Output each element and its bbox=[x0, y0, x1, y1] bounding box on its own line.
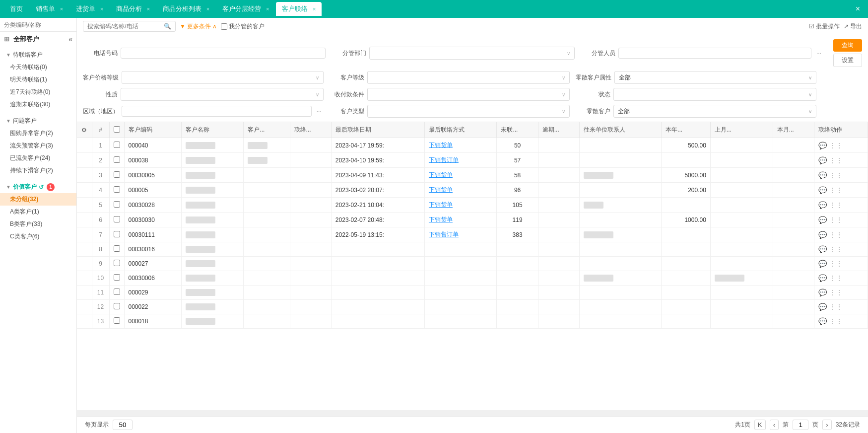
refresh-icon[interactable]: ↺ bbox=[39, 184, 44, 191]
td-checkbox[interactable] bbox=[109, 213, 124, 227]
collapse-btn[interactable]: « bbox=[68, 35, 72, 43]
sidebar-item-class-a[interactable]: A类客户(1) bbox=[0, 206, 76, 218]
cust-tier-select[interactable]: ∨ bbox=[367, 71, 570, 84]
more-action-icon[interactable]: ⋮⋮ bbox=[829, 216, 843, 224]
more-action-icon[interactable]: ⋮⋮ bbox=[829, 201, 843, 209]
export-btn[interactable]: ↗ 导出 bbox=[844, 22, 862, 31]
first-page-btn[interactable]: K bbox=[754, 420, 766, 430]
manager-input[interactable] bbox=[618, 48, 811, 59]
td-last-method[interactable]: 下销货单 bbox=[424, 213, 496, 227]
td-checkbox[interactable] bbox=[109, 138, 124, 153]
td-checkbox[interactable] bbox=[109, 257, 124, 271]
my-customers-check[interactable] bbox=[221, 23, 227, 30]
row-checkbox[interactable] bbox=[114, 142, 120, 148]
td-last-method[interactable] bbox=[424, 271, 496, 286]
query-btn[interactable]: 查询 bbox=[833, 39, 862, 52]
row-checkbox[interactable] bbox=[114, 156, 120, 163]
method-link[interactable]: 下销货单 bbox=[429, 171, 453, 178]
method-link[interactable]: 下销货单 bbox=[429, 216, 453, 223]
dept-select[interactable]: ∨ bbox=[369, 47, 574, 60]
page-number-input[interactable] bbox=[793, 420, 808, 430]
td-checkbox[interactable] bbox=[109, 183, 124, 198]
more-action-icon[interactable]: ⋮⋮ bbox=[829, 171, 843, 179]
filter-search-input[interactable] bbox=[87, 23, 162, 30]
td-last-method[interactable]: 下销货单 bbox=[424, 138, 496, 153]
more-action-icon[interactable]: ⋮⋮ bbox=[829, 186, 843, 194]
td-checkbox[interactable] bbox=[109, 271, 124, 286]
close-window[interactable]: × bbox=[852, 4, 864, 13]
td-checkbox[interactable] bbox=[109, 300, 124, 314]
phone-action-icon[interactable]: 💬 bbox=[818, 274, 827, 282]
phone-action-icon[interactable]: 💬 bbox=[818, 216, 827, 224]
nav-customer-tier-close[interactable]: × bbox=[266, 6, 269, 12]
phone-action-icon[interactable]: 💬 bbox=[818, 186, 827, 194]
phone-input[interactable] bbox=[121, 48, 326, 59]
nav-purchase-close[interactable]: × bbox=[100, 6, 103, 12]
row-checkbox[interactable] bbox=[114, 216, 120, 222]
nav-purchase[interactable]: 进货单 × bbox=[70, 2, 109, 16]
nav-analysis[interactable]: 商品分析 × bbox=[110, 2, 156, 16]
method-link[interactable]: 下销货单 bbox=[429, 201, 453, 208]
method-link[interactable]: 下销货单 bbox=[429, 142, 453, 148]
row-checkbox[interactable] bbox=[114, 274, 120, 281]
td-checkbox[interactable] bbox=[109, 286, 124, 300]
more-action-icon[interactable]: ⋮⋮ bbox=[829, 274, 843, 282]
td-last-method[interactable]: 下销售订单 bbox=[424, 227, 496, 242]
td-last-method[interactable]: 下销货单 bbox=[424, 168, 496, 183]
sidebar-item-7days[interactable]: 近7天待联络(0) bbox=[0, 86, 76, 98]
row-checkbox[interactable] bbox=[114, 260, 120, 266]
td-checkbox[interactable] bbox=[109, 198, 124, 213]
all-customers-header[interactable]: ⊞ 全部客户 « bbox=[0, 32, 76, 47]
more-action-icon[interactable]: ⋮⋮ bbox=[829, 289, 843, 296]
nav-customer-contact-close[interactable]: × bbox=[313, 6, 316, 12]
sidebar-group-pending-title[interactable]: ▼ 待联络客户 bbox=[0, 49, 76, 61]
sidebar-item-declining[interactable]: 持续下滑客户(2) bbox=[0, 164, 76, 177]
td-last-method[interactable] bbox=[424, 314, 496, 329]
manager-dots[interactable]: ··· bbox=[814, 50, 823, 57]
phone-action-icon[interactable]: 💬 bbox=[818, 289, 827, 296]
td-last-method[interactable] bbox=[424, 242, 496, 257]
row-checkbox[interactable] bbox=[114, 231, 120, 237]
nav-customer-tier[interactable]: 客户分层经营 × bbox=[216, 2, 275, 16]
row-checkbox[interactable] bbox=[114, 317, 120, 324]
nav-analysis-list[interactable]: 商品分析列表 × bbox=[157, 2, 215, 16]
sidebar-item-ungrouped[interactable]: 未分组(32) bbox=[0, 193, 76, 206]
sidebar-group-value-title[interactable]: ▼ 价值客户 ↺ 1 bbox=[0, 181, 76, 193]
reset-btn[interactable]: 设置 bbox=[833, 54, 862, 67]
scattered-attr-select[interactable]: 全部 ∨ bbox=[614, 71, 816, 84]
row-checkbox[interactable] bbox=[114, 303, 120, 309]
td-last-method[interactable]: 下销售订单 bbox=[424, 153, 496, 168]
sidebar-item-churned[interactable]: 已流失客户(24) bbox=[0, 152, 76, 164]
filter-search-icon[interactable]: 🔍 bbox=[164, 23, 171, 30]
more-action-icon[interactable]: ⋮⋮ bbox=[829, 303, 843, 311]
td-checkbox[interactable] bbox=[109, 227, 124, 242]
cust-type-select[interactable]: ∨ bbox=[367, 105, 570, 118]
more-action-icon[interactable]: ⋮⋮ bbox=[829, 260, 843, 268]
td-last-method[interactable] bbox=[424, 257, 496, 271]
batch-ops-btn[interactable]: ☑ 批量操作 bbox=[809, 22, 840, 31]
td-checkbox[interactable] bbox=[109, 168, 124, 183]
col-gear[interactable]: ⚙ bbox=[77, 122, 92, 138]
method-link[interactable]: 下销售订单 bbox=[429, 231, 459, 238]
sidebar-item-abnormal[interactable]: 囤购异常客户(2) bbox=[0, 127, 76, 140]
sidebar-group-problem-title[interactable]: ▼ 问题客户 bbox=[0, 115, 76, 127]
more-action-icon[interactable]: ⋮⋮ bbox=[829, 142, 843, 149]
method-link[interactable]: 下销售订单 bbox=[429, 156, 459, 163]
row-checkbox[interactable] bbox=[114, 186, 120, 193]
scroll-bar[interactable] bbox=[77, 410, 868, 416]
more-action-icon[interactable]: ⋮⋮ bbox=[829, 245, 843, 253]
phone-action-icon[interactable]: 💬 bbox=[818, 156, 827, 164]
sidebar-item-tomorrow[interactable]: 明天待联络(1) bbox=[0, 73, 76, 86]
td-last-method[interactable] bbox=[424, 286, 496, 300]
per-page-input[interactable] bbox=[113, 420, 133, 430]
nav-home[interactable]: 首页 bbox=[4, 2, 29, 16]
select-all-checkbox[interactable] bbox=[114, 126, 120, 133]
phone-action-icon[interactable]: 💬 bbox=[818, 142, 827, 149]
more-action-icon[interactable]: ⋮⋮ bbox=[829, 156, 843, 164]
sidebar-item-churn-warning[interactable]: 流失预警客户(3) bbox=[0, 140, 76, 152]
region-input[interactable] bbox=[122, 106, 312, 117]
sidebar-item-overdue[interactable]: 逾期未联络(30) bbox=[0, 98, 76, 111]
phone-action-icon[interactable]: 💬 bbox=[818, 245, 827, 253]
phone-action-icon[interactable]: 💬 bbox=[818, 171, 827, 179]
more-conditions-btn[interactable]: ▼ 更多条件 ∧ bbox=[180, 22, 217, 31]
